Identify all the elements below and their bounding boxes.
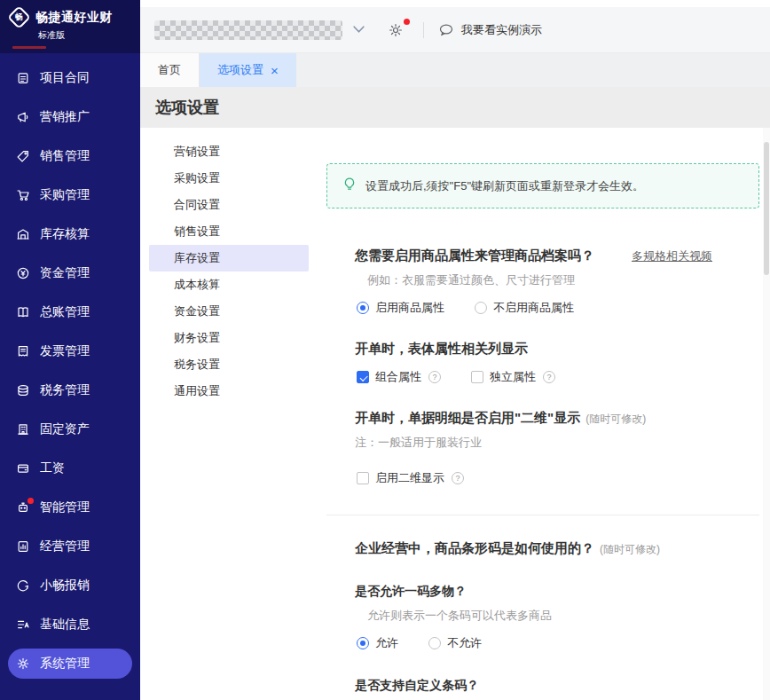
settings-gear-button[interactable]: [388, 22, 404, 38]
radio-label: 不允许: [447, 635, 482, 651]
sidebar-item-label: 总账管理: [40, 304, 90, 320]
settings-panel: 设置成功后,须按"F5"键刷新页面或重新登录才会生效。 您需要启用商品属性来管理…: [309, 128, 770, 700]
app-window: 畅 畅捷通好业财 标准版 项目合同 营销推广 销售管理 采购管理: [0, 0, 770, 700]
sidebar-item-funds-management[interactable]: 资金管理: [0, 254, 140, 293]
settings-nav-label: 采购设置: [174, 170, 220, 186]
tab-bar: 首页 选项设置 ×: [140, 53, 770, 87]
sidebar: 畅 畅捷通好业财 标准版 项目合同 营销推广 销售管理 采购管理: [0, 0, 140, 700]
lightbulb-icon: [342, 177, 358, 195]
radio-disable-product-attr[interactable]: 不启用商品属性: [475, 300, 574, 316]
sidebar-item-xiaochang-reimburse[interactable]: 小畅报销: [0, 566, 140, 605]
brand-logo: 畅 畅捷通好业财 标准版: [0, 0, 140, 53]
receipt-icon: [16, 344, 30, 358]
sidebar-item-general-ledger[interactable]: 总账管理: [0, 293, 140, 332]
settings-nav-item-contract[interactable]: 合同设置: [140, 192, 309, 218]
product-attr-question: 您需要启用商品属性来管理商品档案吗？: [355, 248, 594, 264]
multi-item-barcode-question: 是否允许一码多物？: [355, 584, 759, 600]
checkbox-2d-display[interactable]: 启用二维显示 ?: [357, 470, 464, 486]
top-header: 我要看实例演示: [140, 7, 770, 53]
sidebar-item-project-contract[interactable]: 项目合同: [0, 59, 140, 98]
sidebar-item-label: 销售管理: [40, 148, 90, 164]
radio-indicator: [428, 637, 441, 649]
sidebar-item-fixed-assets[interactable]: 固定资产: [0, 410, 140, 449]
tab-options-settings[interactable]: 选项设置 ×: [200, 53, 296, 87]
settings-nav-item-finance[interactable]: 财务设置: [140, 325, 309, 351]
demo-video-button[interactable]: 我要看实例演示: [438, 22, 542, 38]
checkbox-independent-attr[interactable]: 独立属性 ?: [471, 369, 555, 385]
sidebar-item-business-management[interactable]: 经营管理: [0, 527, 140, 566]
multi-spec-video-link[interactable]: 多规格相关视频: [632, 248, 712, 264]
content-area: 营销设置 采购设置 合同设置 销售设置 库存设置 成本核算 资金设置 财务设置 …: [140, 128, 770, 700]
money-coin-icon: [16, 266, 30, 280]
attr-columns-title: 开单时，表体属性相关列显示: [355, 341, 528, 358]
top-strip: [140, 0, 770, 7]
section-divider: [326, 515, 759, 515]
sidebar-item-label: 小畅报销: [40, 578, 90, 594]
sidebar-nav: 项目合同 营销推广 销售管理 采购管理 库存核算 资金管理: [0, 53, 140, 683]
header-divider: [423, 22, 424, 38]
help-icon[interactable]: ?: [428, 371, 441, 383]
megaphone-icon: [16, 110, 30, 124]
project-contract-icon: [16, 71, 30, 85]
radio-label: 不启用商品属性: [493, 300, 574, 316]
notification-dot: [404, 19, 410, 25]
close-tab-icon[interactable]: ×: [271, 64, 279, 77]
checkbox-composite-attr[interactable]: 组合属性 ?: [357, 369, 441, 385]
radio-label: 启用商品属性: [375, 300, 444, 316]
wallet-icon: [16, 461, 30, 476]
help-icon[interactable]: ?: [543, 371, 555, 383]
settings-nav-item-cost[interactable]: 成本核算: [140, 271, 309, 298]
tab-home[interactable]: 首页: [140, 53, 200, 87]
2d-display-title: 开单时，单据明细是否启用"二维"显示: [355, 410, 580, 427]
settings-nav-label: 财务设置: [174, 330, 220, 346]
radio-indicator: [475, 302, 487, 314]
sidebar-item-purchase-management[interactable]: 采购管理: [0, 176, 140, 215]
sidebar-item-smart-management[interactable]: 智能管理: [0, 488, 140, 527]
sidebar-item-payroll[interactable]: 工资: [0, 449, 140, 488]
warehouse-icon: [16, 227, 30, 241]
sidebar-item-invoice-management[interactable]: 发票管理: [0, 332, 140, 371]
settings-nav-item-marketing[interactable]: 营销设置: [140, 138, 309, 165]
brand-logo-icon: 畅: [7, 5, 31, 29]
settings-nav-label: 销售设置: [174, 224, 220, 240]
settings-nav-item-funds[interactable]: 资金设置: [140, 298, 309, 325]
sidebar-item-inventory-accounting[interactable]: 库存核算: [0, 215, 140, 254]
settings-nav-item-general[interactable]: 通用设置: [140, 378, 309, 405]
settings-nav-label: 成本核算: [174, 277, 220, 293]
settings-nav-item-sales[interactable]: 销售设置: [140, 218, 309, 245]
gear-icon: [388, 22, 404, 38]
sidebar-item-basic-info[interactable]: 基础信息: [0, 605, 140, 644]
sidebar-item-system-management[interactable]: 系统管理: [8, 649, 132, 679]
company-selector-redacted[interactable]: [154, 20, 342, 40]
settings-nav-item-purchase[interactable]: 采购设置: [140, 165, 309, 192]
radio-allow-multi-item[interactable]: 允许: [357, 635, 398, 651]
radio-indicator: [357, 637, 369, 649]
main-column: 我要看实例演示 首页 选项设置 × 选项设置 营销设置 采购设置 合同设置 销售…: [140, 0, 770, 700]
robot-icon: [16, 500, 30, 515]
notice-banner: 设置成功后,须按"F5"键刷新页面或重新登录才会生效。: [326, 163, 759, 208]
barcode-usage-title: 企业经营中，商品条形码是如何使用的？: [355, 540, 594, 557]
new-badge-dot: [28, 498, 34, 504]
settings-nav-item-inventory[interactable]: 库存设置: [149, 245, 309, 271]
scrollbar-thumb[interactable]: [764, 142, 769, 275]
checkbox-indicator: [357, 472, 369, 484]
settings-nav-label: 库存设置: [174, 250, 220, 266]
scrollbar-track[interactable]: [763, 128, 770, 700]
sidebar-item-sales-management[interactable]: 销售管理: [0, 137, 140, 176]
brand-name: 畅捷通好业财: [35, 10, 113, 26]
sidebar-item-label: 经营管理: [40, 539, 90, 554]
sidebar-item-label: 税务管理: [40, 382, 90, 398]
radio-disallow-multi-item[interactable]: 不允许: [428, 635, 482, 651]
list-info-icon: [16, 617, 30, 632]
reimburse-icon: [16, 578, 30, 593]
checkbox-label: 启用二维显示: [375, 470, 444, 486]
sidebar-item-tax-management[interactable]: 税务管理: [0, 371, 140, 410]
settings-nav-item-tax[interactable]: 税务设置: [140, 351, 309, 378]
chevron-down-icon[interactable]: [353, 26, 365, 34]
radio-enable-product-attr[interactable]: 启用商品属性: [357, 300, 444, 316]
sidebar-item-marketing-promotion[interactable]: 营销推广: [0, 98, 140, 137]
edition-label: 标准版: [38, 29, 131, 42]
help-icon[interactable]: ?: [452, 472, 464, 484]
sidebar-item-label: 资金管理: [40, 265, 90, 281]
gear-icon: [16, 657, 30, 671]
